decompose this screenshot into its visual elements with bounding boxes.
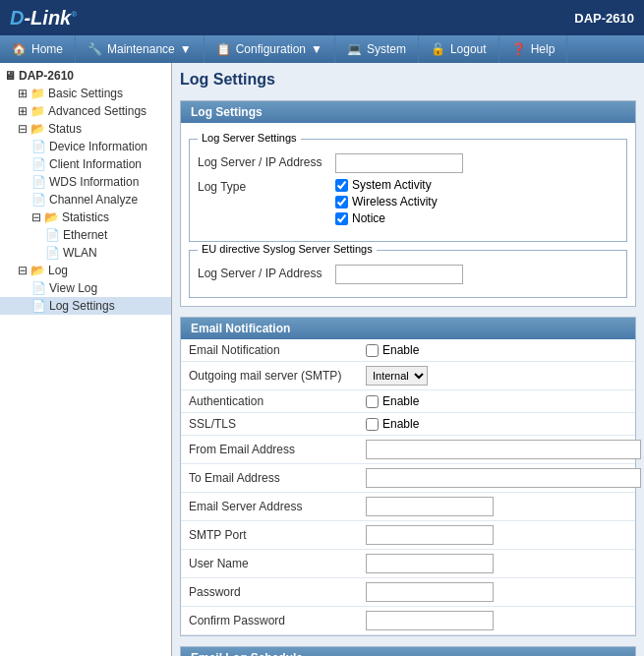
wireless-activity-row: Wireless Activity [335, 195, 618, 209]
nav-maintenance-label: Maintenance [107, 42, 175, 56]
sidebar-item-statistics[interactable]: ⊟ 📂 Statistics [0, 209, 171, 226]
page-title: Log Settings [180, 71, 636, 92]
eu-log-server-ip-input[interactable] [335, 265, 463, 284]
sidebar-item-status[interactable]: ⊟ 📂 Status [0, 120, 171, 138]
logo-d: D [10, 7, 24, 29]
en-control-to-email [366, 468, 641, 488]
en-control-email-notification: Enable [366, 343, 627, 357]
folder-icon-5: 📂 [30, 264, 45, 277]
sidebar-item-view-log[interactable]: 📄 View Log [0, 279, 171, 297]
sidebar-item-advanced-settings[interactable]: ⊞ 📁 Advanced Settings [0, 102, 171, 120]
sidebar-label-channel-analyze: Channel Analyze [49, 193, 138, 207]
sidebar-item-wlan[interactable]: 📄 WLAN [0, 244, 171, 262]
nav-logout[interactable]: 🔓 Logout [419, 35, 499, 63]
notice-label: Notice [352, 211, 385, 225]
nav-maintenance[interactable]: 🔧 Maintenance ▼ [76, 35, 205, 63]
en-label-smtp: Outgoing mail server (SMTP) [189, 369, 366, 383]
folder-icon: 📁 [30, 87, 45, 100]
log-settings-section: Log Settings Log Server Settings Log Ser… [180, 100, 636, 307]
en-row-auth: Authentication Enable [181, 390, 635, 413]
collapse-icon: ⊟ [18, 122, 28, 136]
page-icon-8: 📄 [31, 299, 46, 313]
en-row-from-email: From Email Address [181, 436, 635, 464]
sidebar-item-client-info[interactable]: 📄 Client Information [0, 155, 171, 173]
from-email-input[interactable] [366, 440, 641, 459]
log-server-ip-row: Log Server / IP Address [198, 153, 618, 173]
email-log-schedule-header: Email Log Schedule [181, 647, 635, 656]
log-settings-header: Log Settings [181, 101, 635, 123]
en-label-password: Password [189, 585, 366, 599]
password-input[interactable] [366, 582, 494, 602]
nav-home-label: Home [31, 42, 63, 56]
wireless-activity-checkbox[interactable] [335, 196, 348, 209]
en-label-ssl: SSL/TLS [189, 417, 366, 431]
smtp-port-input[interactable] [366, 525, 494, 545]
email-notification-section: Email Notification Email Notification En… [180, 317, 636, 636]
sidebar-label-wds-info: WDS Information [49, 175, 139, 189]
collapse-icon-2: ⊟ [31, 210, 41, 224]
email-log-schedule-section: Email Log Schedule Schedule 0 1 2 6 12 2… [180, 646, 636, 656]
folder-icon-2: 📁 [30, 104, 45, 118]
log-server-group-label: Log Server Settings [198, 132, 301, 144]
sidebar-item-wds-info[interactable]: 📄 WDS Information [0, 173, 171, 191]
nav-home[interactable]: 🏠 Home [0, 35, 76, 63]
email-notification-header: Email Notification [181, 318, 635, 339]
page-icon-2: 📄 [31, 157, 46, 171]
sidebar-item-basic-settings[interactable]: ⊞ 📁 Basic Settings [0, 85, 171, 102]
en-label-smtp-port: SMTP Port [189, 528, 366, 542]
expand-icon: ⊞ [18, 87, 28, 100]
sidebar-item-log-settings[interactable]: 📄 Log Settings [0, 297, 171, 315]
en-control-password [366, 582, 627, 602]
en-control-auth: Enable [366, 394, 627, 408]
nav-help[interactable]: ❓ Help [499, 35, 568, 63]
sidebar-item-device-info[interactable]: 📄 Device Information [0, 138, 171, 155]
email-notification-checkbox[interactable] [366, 344, 379, 357]
nav-configuration[interactable]: 📋 Configuration ▼ [205, 35, 335, 63]
model-name: DAP-2610 [574, 11, 634, 26]
en-row-email-notification: Email Notification Enable [181, 339, 635, 362]
log-type-row: Log Type System Activity Wireless Activi… [198, 178, 618, 228]
server-address-input[interactable] [366, 497, 494, 516]
nav-logout-label: Logout [450, 42, 487, 56]
sidebar-item-ethernet[interactable]: 📄 Ethernet [0, 226, 171, 244]
log-type-label: Log Type [198, 178, 335, 194]
to-email-input[interactable] [366, 468, 641, 488]
nav-help-label: Help [531, 42, 556, 56]
maintenance-icon: 🔧 [88, 42, 102, 56]
notice-row: Notice [335, 211, 618, 225]
sidebar-item-log[interactable]: ⊟ 📂 Log [0, 262, 171, 279]
content-area: Log Settings Log Settings Log Server Set… [172, 63, 644, 656]
en-row-password: Password [181, 578, 635, 607]
nav-configuration-label: Configuration [236, 42, 306, 56]
username-input[interactable] [366, 554, 494, 573]
en-label-username: User Name [189, 557, 366, 570]
ssl-checkbox[interactable] [366, 418, 379, 431]
smtp-select[interactable]: Internal [366, 366, 428, 386]
sidebar-item-channel-analyze[interactable]: 📄 Channel Analyze [0, 191, 171, 209]
computer-icon: 🖥 [4, 69, 16, 83]
auth-checkbox[interactable] [366, 395, 379, 408]
system-activity-label: System Activity [352, 178, 432, 192]
sidebar-label-log: Log [48, 264, 68, 277]
expand-icon-2: ⊞ [18, 104, 28, 118]
confirm-password-input[interactable] [366, 611, 494, 630]
system-activity-checkbox[interactable] [335, 179, 348, 192]
en-label-server-address: Email Server Address [189, 500, 366, 513]
page-icon-7: 📄 [31, 281, 46, 295]
logo: D-Link® [10, 7, 77, 30]
nav-system[interactable]: 💻 System [335, 35, 419, 63]
folder-icon-4: 📂 [44, 210, 59, 224]
page-icon-3: 📄 [31, 175, 46, 189]
notice-checkbox[interactable] [335, 212, 348, 225]
en-row-username: User Name [181, 550, 635, 578]
collapse-icon-3: ⊟ [18, 264, 28, 277]
sidebar-item-dap2610[interactable]: 🖥 DAP-2610 [0, 67, 171, 85]
logout-icon: 🔓 [431, 42, 445, 56]
home-icon: 🏠 [12, 42, 27, 56]
en-control-username [366, 554, 627, 573]
en-row-server-address: Email Server Address [181, 493, 635, 521]
log-server-ip-input[interactable] [335, 153, 463, 173]
en-control-ssl: Enable [366, 417, 627, 431]
en-row-smtp: Outgoing mail server (SMTP) Internal [181, 362, 635, 390]
sidebar-label-dap2610: DAP-2610 [19, 69, 74, 83]
